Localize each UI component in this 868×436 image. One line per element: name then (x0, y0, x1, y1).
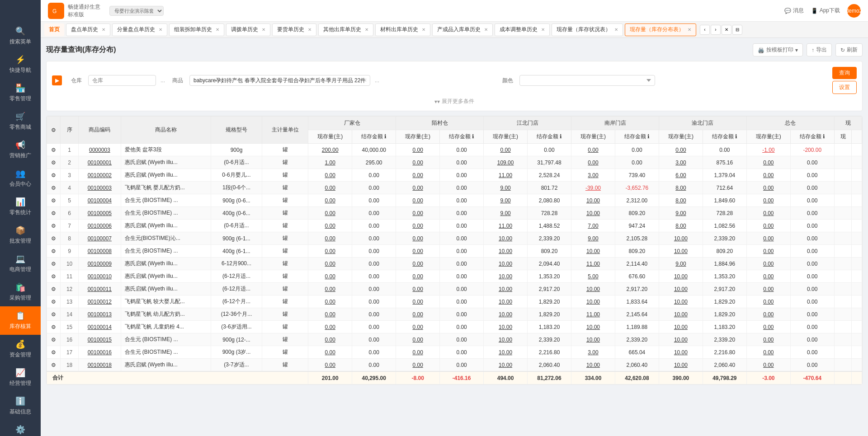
c4-qty[interactable]: 0.00 (571, 144, 615, 156)
c2-qty[interactable]: 0.00 (396, 169, 440, 182)
tab-menu-btn[interactable]: ⊟ (732, 25, 742, 35)
avatar[interactable]: demo2 (847, 4, 861, 18)
c2-qty[interactable]: 0.00 (396, 207, 440, 220)
toggle-search-btn[interactable]: ▶ (52, 75, 62, 85)
c3-qty[interactable]: 10.00 (484, 270, 528, 283)
c5-qty[interactable]: 10.00 (659, 270, 703, 283)
c4-qty[interactable]: 7.00 (571, 220, 615, 232)
c3-qty[interactable]: 9.00 (484, 194, 528, 207)
c5-qty[interactable]: 9.00 (659, 207, 703, 220)
t-qty[interactable]: 0.00 (746, 333, 790, 346)
c4-qty[interactable]: 9.00 (571, 232, 615, 245)
color-select[interactable] (519, 75, 655, 86)
sidebar-item-operations[interactable]: 📈 经营管理 (0, 363, 41, 390)
c5-qty[interactable]: 10.00 (659, 321, 703, 333)
c3-qty[interactable]: 10.00 (484, 295, 528, 308)
c1-qty[interactable]: 0.00 (308, 333, 352, 346)
tab-inventory-status[interactable]: 现存量（库存状况表） ✕ (552, 23, 623, 36)
c2-qty[interactable]: 0.00 (396, 333, 440, 346)
product-input[interactable] (189, 75, 370, 86)
t-qty[interactable]: 0.00 (746, 346, 790, 359)
t-qty[interactable]: 0.00 (746, 295, 790, 308)
c4-qty[interactable]: 10.00 (571, 283, 615, 295)
c1-qty[interactable]: 0.00 (308, 283, 352, 295)
c5-qty[interactable]: 8.00 (659, 194, 703, 207)
gear-cell[interactable]: ⚙ (47, 156, 61, 169)
sidebar-item-purchase[interactable]: 🛍️ 采购管理 (0, 278, 41, 306)
product-code[interactable]: 00100009 (79, 258, 121, 270)
tab-product-in[interactable]: 产成品入库单历史 ✕ (432, 23, 493, 36)
gear-cell[interactable]: ⚙ (47, 207, 61, 220)
product-code[interactable]: 00100012 (79, 295, 121, 308)
gear-cell[interactable]: ⚙ (47, 194, 61, 207)
product-code[interactable]: 00100003 (79, 182, 121, 194)
c3-qty[interactable]: 10.00 (484, 308, 528, 321)
t-qty[interactable]: 0.00 (746, 220, 790, 232)
product-code[interactable]: 00100016 (79, 346, 121, 359)
tab-close-all-btn[interactable]: ✕ (722, 25, 731, 35)
sidebar-item-ecommerce[interactable]: 💻 电商管理 (0, 249, 41, 278)
c2-qty[interactable]: 0.00 (396, 359, 440, 372)
tab-close-combo[interactable]: ✕ (216, 27, 219, 32)
c5-qty[interactable]: 10.00 (659, 232, 703, 245)
c3-qty[interactable]: 10.00 (484, 245, 528, 258)
c5-qty[interactable]: 10.00 (659, 283, 703, 295)
c3-qty[interactable]: 0.00 (484, 144, 528, 156)
tab-close-transfer[interactable]: ✕ (262, 27, 265, 32)
c1-qty[interactable]: 0.00 (308, 308, 352, 321)
c2-qty[interactable]: 0.00 (396, 258, 440, 270)
product-code[interactable]: 00100011 (79, 283, 121, 295)
t-qty[interactable]: 0.00 (746, 156, 790, 169)
gear-cell[interactable]: ⚙ (47, 258, 61, 270)
t-qty[interactable]: 0.00 (746, 283, 790, 295)
tab-close-inventory-single[interactable]: ✕ (102, 27, 105, 32)
c4-qty[interactable]: 5.00 (571, 270, 615, 283)
c2-qty[interactable]: 0.00 (396, 321, 440, 333)
sidebar-item-retail-stats[interactable]: 📊 零售统计 (0, 192, 41, 221)
c1-qty[interactable]: 0.00 (308, 182, 352, 194)
gear-cell[interactable]: ⚙ (47, 182, 61, 194)
query-btn[interactable]: 查询 (832, 67, 857, 79)
gear-cell[interactable]: ⚙ (47, 346, 61, 359)
t-qty[interactable]: 0.00 (746, 308, 790, 321)
c2-qty[interactable]: 0.00 (396, 245, 440, 258)
gear-cell[interactable]: ⚙ (47, 295, 61, 308)
warehouse-dots-btn[interactable]: ... (159, 75, 167, 85)
product-code[interactable]: 00100008 (79, 245, 121, 258)
c3-qty[interactable]: 9.00 (484, 207, 528, 220)
export-btn[interactable]: ↑ 导出 (807, 43, 832, 56)
t-qty[interactable]: 0.00 (746, 359, 790, 372)
c1-qty[interactable]: 0.00 (308, 270, 352, 283)
c4-qty[interactable]: 10.00 (571, 321, 615, 333)
c3-qty[interactable]: 10.00 (484, 346, 528, 359)
c1-qty[interactable]: 0.00 (308, 169, 352, 182)
c3-qty[interactable]: 11.00 (484, 169, 528, 182)
tab-requisition[interactable]: 要货单历史 ✕ (272, 23, 316, 36)
t-qty[interactable]: 0.00 (746, 169, 790, 182)
sidebar-item-retail-mgmt[interactable]: 🏪 零售管理 (0, 79, 41, 107)
c1-qty[interactable]: 200.00 (308, 144, 352, 156)
c3-qty[interactable]: 10.00 (484, 359, 528, 372)
tab-close-cost-adjust[interactable]: ✕ (541, 27, 545, 32)
c2-qty[interactable]: 0.00 (396, 194, 440, 207)
c1-qty[interactable]: 1.00 (308, 156, 352, 169)
c5-qty[interactable]: 10.00 (659, 245, 703, 258)
c1-qty[interactable]: 0.00 (308, 295, 352, 308)
c5-qty[interactable]: 10.00 (659, 333, 703, 346)
gear-cell[interactable]: ⚙ (47, 245, 61, 258)
tab-close-inv-status[interactable]: ✕ (614, 27, 618, 32)
industry-select[interactable]: 母婴行业演示陈套 (109, 6, 164, 16)
tab-close-dist[interactable]: ✕ (159, 27, 162, 32)
sidebar-item-wholesale[interactable]: 📦 批发管理 (0, 221, 41, 249)
product-code[interactable]: 00100004 (79, 194, 121, 207)
tab-close-other-out[interactable]: ✕ (365, 27, 368, 32)
product-dots-btn[interactable]: ... (375, 77, 379, 84)
t-qty[interactable]: 0.00 (746, 182, 790, 194)
product-code[interactable]: 00100002 (79, 169, 121, 182)
settings-btn[interactable]: 设置 (832, 81, 857, 94)
tab-transfer[interactable]: 调拨单历史 ✕ (226, 23, 270, 36)
sidebar-item-finance[interactable]: 💰 资金管理 (0, 335, 41, 363)
c2-qty[interactable]: 0.00 (396, 182, 440, 194)
c3-qty[interactable]: 109.00 (484, 156, 528, 169)
c1-qty[interactable]: 0.00 (308, 220, 352, 232)
